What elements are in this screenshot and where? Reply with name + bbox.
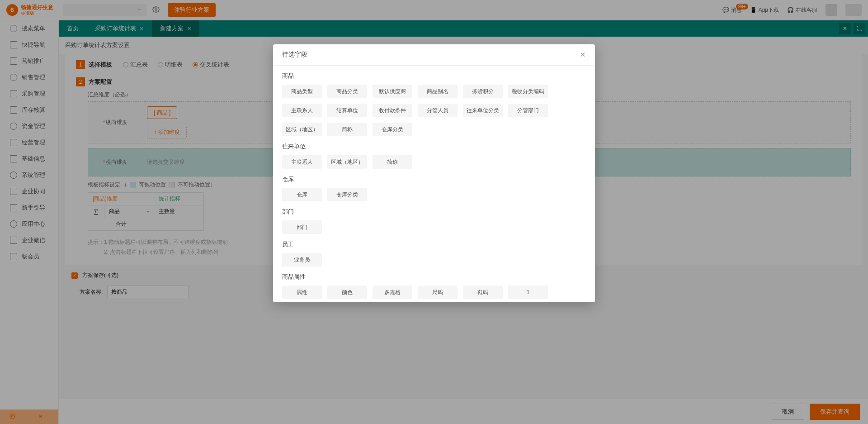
field-chip[interactable]: 分管人员 [418, 104, 458, 117]
modal-close-button[interactable]: ✕ [580, 51, 586, 59]
field-group-title: 仓库 [282, 175, 586, 183]
field-chip[interactable]: 主联系人 [282, 104, 322, 117]
field-chip[interactable]: 属性 [282, 286, 322, 299]
field-chip[interactable]: 简称 [373, 155, 412, 169]
field-chip[interactable]: 仓库分类 [373, 123, 412, 136]
field-chip[interactable]: 商品分类 [327, 85, 367, 98]
field-chip[interactable]: 仓库分类 [327, 188, 367, 201]
field-chip[interactable]: 区域（地区） [282, 123, 322, 136]
field-chip[interactable]: 商品别名 [418, 85, 458, 98]
field-chip[interactable]: 1 [508, 286, 548, 299]
field-chip[interactable]: 拣货积分 [463, 85, 503, 98]
field-selector-modal: 待选字段 ✕ 商品商品类型商品分类默认供应商商品别名拣货积分税收分类编码主联系人… [273, 44, 595, 302]
field-chip[interactable]: 主联系人 [282, 155, 322, 169]
field-chip[interactable]: 往来单位分类 [463, 104, 503, 117]
field-chip[interactable]: 鞋码 [463, 286, 503, 299]
field-chip[interactable]: 尺码 [418, 286, 458, 299]
field-chip[interactable]: 结算单位 [327, 104, 367, 117]
field-chip[interactable]: 简称 [327, 123, 367, 136]
field-chip[interactable]: 收付款条件 [373, 104, 412, 117]
field-chip[interactable]: 仓库 [282, 188, 322, 201]
field-chip[interactable]: 业务员 [282, 253, 322, 267]
modal-overlay[interactable]: 待选字段 ✕ 商品商品类型商品分类默认供应商商品别名拣货积分税收分类编码主联系人… [0, 0, 868, 424]
field-chip[interactable]: 税收分类编码 [508, 85, 548, 98]
field-chip[interactable]: 区域（地区） [327, 155, 367, 169]
field-chip[interactable]: 商品类型 [282, 85, 322, 98]
field-group-title: 往来单位 [282, 143, 586, 151]
field-chip[interactable]: 默认供应商 [373, 85, 412, 98]
field-chip[interactable]: 多规格 [373, 286, 412, 299]
field-chip[interactable]: 颜色 [327, 286, 367, 299]
field-group-title: 商品属性 [282, 273, 586, 281]
field-chip[interactable]: 部门 [282, 220, 322, 234]
field-chip[interactable]: 分管部门 [508, 104, 548, 117]
modal-title: 待选字段 [282, 51, 307, 59]
field-group-title: 员工 [282, 240, 586, 248]
field-group-title: 部门 [282, 208, 586, 216]
field-group-title: 商品 [282, 72, 586, 80]
